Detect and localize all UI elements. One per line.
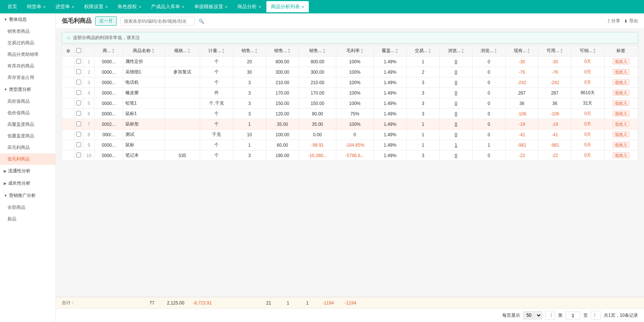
nav-roles[interactable]: 角色授权✕ bbox=[113, 1, 146, 12]
row-sales-amount: 35.00 bbox=[266, 119, 299, 130]
arrow-icon: ▼ bbox=[4, 17, 7, 22]
row-checkbox-cell[interactable] bbox=[74, 119, 83, 130]
nav-close-purchase[interactable]: ✕ bbox=[71, 5, 74, 9]
export-button[interactable]: ⬇ 导出 bbox=[624, 18, 638, 24]
sidebar-group-growth[interactable]: ▶ 成长性分析 bbox=[0, 177, 55, 189]
row-checkbox-cell[interactable] bbox=[74, 88, 83, 98]
col-code[interactable]: 商...▲▼ bbox=[94, 45, 123, 57]
nav-sales[interactable]: 销货单✕ bbox=[22, 1, 50, 12]
row-checkbox-cell[interactable] bbox=[74, 109, 83, 119]
share-button[interactable]: ⤴ 分享 bbox=[608, 18, 620, 24]
sidebar-item-low-margin[interactable]: 低毛利商品 bbox=[0, 153, 55, 165]
per-page-select[interactable]: 50 100 200 bbox=[523, 311, 542, 319]
nav-close-permissions[interactable]: ✕ bbox=[105, 5, 108, 9]
sidebar-item-new-goods[interactable]: 新品 bbox=[0, 213, 55, 225]
col-saleable[interactable]: 可销...▲▼ bbox=[571, 45, 604, 57]
row-checkbox[interactable] bbox=[76, 132, 81, 137]
sidebar-group-overview[interactable]: ▼ 整体信息 bbox=[0, 13, 55, 26]
nav-close-analysis[interactable]: ✕ bbox=[258, 5, 261, 9]
row-actions bbox=[62, 109, 74, 119]
row-browse1[interactable]: 0 bbox=[439, 119, 472, 130]
row-checkbox[interactable] bbox=[76, 80, 81, 85]
sidebar-item-high-coverage[interactable]: 高覆盖度商品 bbox=[0, 119, 55, 130]
row-checkbox[interactable] bbox=[76, 153, 81, 157]
sidebar-item-stock-capital[interactable]: 库存资金占用 bbox=[0, 72, 55, 83]
sidebar-item-low-value[interactable]: 低价值商品 bbox=[0, 107, 55, 119]
row-checkbox-cell[interactable] bbox=[74, 140, 83, 150]
sidebar-item-stock-goods[interactable]: 有库存的商品 bbox=[0, 60, 55, 72]
row-checkbox[interactable] bbox=[76, 111, 81, 116]
sidebar-group-marketing[interactable]: ▼ 营销推广分析 bbox=[0, 189, 55, 202]
nav-close-product-entry[interactable]: ✕ bbox=[182, 5, 185, 9]
row-checkbox[interactable] bbox=[76, 69, 81, 74]
row-checkbox-cell[interactable] bbox=[74, 77, 83, 88]
row-checkbox-cell[interactable] bbox=[74, 130, 83, 140]
col-available[interactable]: 可用...▲▼ bbox=[538, 45, 571, 57]
row-transaction: 3 bbox=[407, 98, 440, 109]
nav-product-analysis-list[interactable]: 商品分析列表✕ bbox=[266, 1, 309, 12]
row-checkbox[interactable] bbox=[76, 142, 81, 147]
nav-permissions[interactable]: 权限设置✕ bbox=[80, 1, 112, 12]
row-browse1[interactable]: 0 bbox=[439, 88, 472, 98]
row-checkbox[interactable] bbox=[76, 59, 81, 64]
table-row: 8 000/... 测试 千克 10 100.00 0.00 0 1.49% 1… bbox=[62, 130, 638, 140]
row-checkbox-cell[interactable] bbox=[74, 67, 83, 77]
sidebar-item-category-sales[interactable]: 商品分类助销率 bbox=[0, 49, 55, 60]
col-transaction[interactable]: 交易...▲▼ bbox=[407, 45, 440, 57]
sidebar-item-high-margin[interactable]: 高毛利商品 bbox=[0, 142, 55, 153]
sidebar-group-flow[interactable]: ▶ 流通性分析 bbox=[0, 165, 55, 177]
row-browse1[interactable]: 0 bbox=[439, 130, 472, 140]
sidebar-item-all-goods[interactable]: 全部商品 bbox=[0, 202, 55, 213]
col-sales-amount[interactable]: 销售...▲▼ bbox=[266, 45, 299, 57]
row-gross-margin: 100% bbox=[336, 57, 374, 67]
nav-product-entry[interactable]: 产成品入库单✕ bbox=[147, 1, 189, 12]
nav-close-roles[interactable]: ✕ bbox=[138, 5, 141, 9]
row-browse1[interactable]: 1 bbox=[439, 140, 472, 150]
nav-close-sales[interactable]: ✕ bbox=[43, 5, 46, 9]
search-input[interactable] bbox=[121, 17, 195, 26]
col-sales-profit[interactable]: 销售...▲▼ bbox=[299, 45, 336, 57]
row-tag: 低收入 bbox=[604, 67, 638, 77]
nav-close-template[interactable]: ✕ bbox=[225, 5, 228, 9]
date-filter-button[interactable]: 近一月 bbox=[95, 16, 117, 26]
col-coverage[interactable]: 覆盖...▲▼ bbox=[374, 45, 407, 57]
sidebar-item-traded-goods[interactable]: 交易过的商品 bbox=[0, 37, 55, 49]
sidebar-group-category[interactable]: ▼ 类型度分析 bbox=[0, 83, 55, 96]
col-unit[interactable]: 计量...▲▼ bbox=[200, 45, 233, 57]
row-browse1[interactable]: 0 bbox=[439, 98, 472, 109]
select-all-checkbox[interactable] bbox=[76, 48, 81, 53]
row-checkbox-cell[interactable] bbox=[74, 98, 83, 109]
col-settings[interactable]: ⚙ bbox=[62, 45, 74, 57]
col-name[interactable]: 商品名称▲▼ bbox=[123, 45, 164, 57]
sidebar-item-high-value[interactable]: 高价值商品 bbox=[0, 96, 55, 107]
row-browse1[interactable]: 0 bbox=[439, 57, 472, 67]
row-checkbox[interactable] bbox=[76, 121, 81, 126]
next-page-button[interactable]: 〉 bbox=[591, 311, 601, 320]
row-browse1[interactable]: 0 bbox=[439, 77, 472, 88]
sidebar-item-low-coverage[interactable]: 低覆盖度商品 bbox=[0, 130, 55, 142]
row-checkbox-cell[interactable] bbox=[74, 150, 83, 161]
row-checkbox[interactable] bbox=[76, 101, 81, 105]
row-browse1[interactable]: 0 bbox=[439, 150, 472, 161]
row-checkbox[interactable] bbox=[76, 90, 81, 95]
nav-template-settings[interactable]: 单据模板设置✕ bbox=[190, 1, 232, 12]
nav-close-analysis-list[interactable]: ✕ bbox=[301, 5, 304, 9]
col-browse1[interactable]: 浏览...▲▼ bbox=[439, 45, 472, 57]
col-gross-margin[interactable]: 毛利率▲▼ bbox=[336, 45, 374, 57]
row-transaction: 1 bbox=[407, 130, 440, 140]
col-spec[interactable]: 规格...▲▼ bbox=[164, 45, 200, 57]
row-checkbox-cell[interactable] bbox=[74, 57, 83, 67]
sidebar-item-sales-goods[interactable]: 销售类商品 bbox=[0, 26, 55, 37]
col-browse2[interactable]: 浏览...▲▼ bbox=[472, 45, 506, 57]
nav-product-analysis[interactable]: 商品分析✕ bbox=[233, 1, 266, 12]
col-current-stock[interactable]: 现有...▲▼ bbox=[505, 45, 538, 57]
col-sales-count[interactable]: 销售...▲▼ bbox=[233, 45, 266, 57]
prev-page-button[interactable]: 〈 bbox=[545, 311, 555, 320]
nav-home[interactable]: 首页 bbox=[3, 1, 22, 12]
search-icon[interactable]: 🔍 bbox=[199, 19, 204, 24]
page-input[interactable] bbox=[565, 312, 580, 319]
nav-purchase[interactable]: 进货单✕ bbox=[51, 1, 79, 12]
row-browse1[interactable]: 0 bbox=[439, 67, 472, 77]
row-browse1[interactable]: 0 bbox=[439, 109, 472, 119]
col-checkbox[interactable] bbox=[74, 45, 83, 57]
